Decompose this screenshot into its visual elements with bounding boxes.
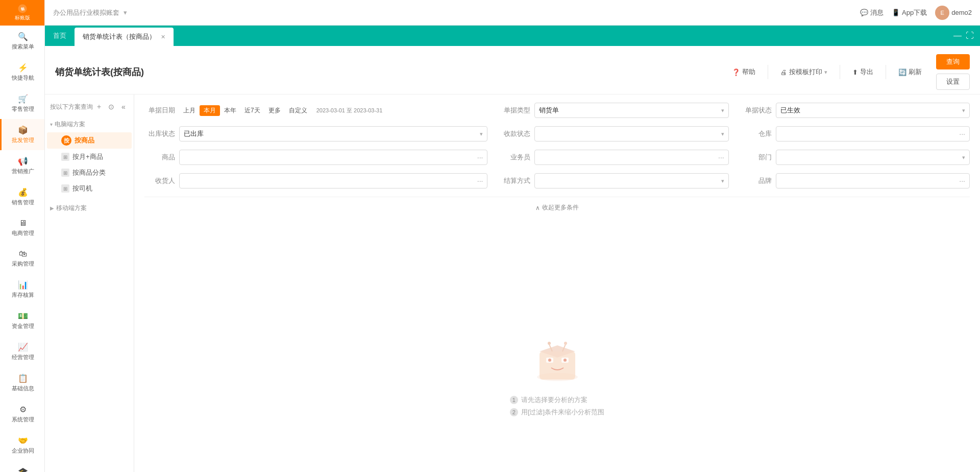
filter-item-doc-type: 单据类型 销货单 ▾ [500, 103, 728, 118]
scheme-collapse-icon[interactable]: « [118, 102, 129, 112]
date-tab-last-month[interactable]: 上月 [179, 105, 200, 116]
sidebar-item-inventory[interactable]: 📊 库存核算 [0, 274, 44, 305]
doc-type-select[interactable]: 销货单 ▾ [534, 103, 728, 118]
sidebar-item-basic[interactable]: 📋 基础信息 [0, 367, 44, 398]
tab-sales-stat[interactable]: 销货单统计表（按商品） ✕ [75, 28, 174, 46]
settlement-label: 结算方式 [500, 176, 530, 185]
date-tab-this-month[interactable]: 本月 [200, 105, 220, 116]
help-btn[interactable]: ❓ 帮助 [732, 67, 755, 77]
scheme-item-by-category[interactable]: ⊞ 按商品分类 [47, 165, 132, 180]
sidebar-item-quicknav[interactable]: ⚡ 快捷导航 [0, 57, 44, 88]
scheme-item-by-month-product-icon: ⊞ [61, 153, 69, 161]
message-icon: 💬 [860, 9, 868, 16]
settlement-chevron-icon: ▾ [721, 178, 724, 184]
empty-tip-1: 1 请先选择要分析的方案 [510, 395, 604, 405]
export-icon: ⬆ [852, 68, 858, 76]
app-download-btn[interactable]: 📱 App下载 [892, 8, 927, 17]
scheme-sidebar: 按以下方案查询 ＋ ⊙ « ▾ 电脑端方案 按 按商品 [45, 95, 134, 472]
scheme-group-mobile-arrow: ▶ [50, 205, 54, 211]
top-bar-right: 💬 消息 📱 App下载 E demo2 [860, 6, 972, 20]
scheme-item-by-product-icon: 按 [61, 135, 71, 146]
empty-tip-2: 2 用[过滤]条件来缩小分析范围 [510, 408, 604, 417]
tab-bar: 首页 销货单统计表（按商品） ✕ — ⛶ [45, 26, 980, 46]
divider-2 [840, 65, 840, 79]
collapse-label: 收起更多条件 [542, 203, 579, 212]
finance-icon: 💵 [4, 311, 42, 321]
sidebar-item-purchase[interactable]: 🛍 采购管理 [0, 243, 44, 274]
sidebar-item-enterprise[interactable]: 🤝 企业协同 [0, 430, 44, 461]
sidebar-item-wholesale[interactable]: 📦 批发管理 [0, 119, 44, 150]
sidebar-item-search[interactable]: 🔍 搜索菜单 [0, 26, 44, 57]
guide-icon: 🎓 [4, 467, 42, 472]
collapse-btn[interactable]: ∧ 收起更多条件 [535, 203, 579, 212]
scheme-item-by-product[interactable]: 按 按商品 [47, 132, 132, 149]
workspace-name: 办公用品行业模拟账套 [53, 8, 119, 17]
tab-close-icon[interactable]: ✕ [161, 34, 165, 40]
marketing-icon: 📢 [4, 156, 42, 166]
export-btn[interactable]: ⬆ 导出 [852, 67, 873, 77]
print-btn[interactable]: 🖨 按模板打印 ▾ [780, 67, 827, 77]
sidebar-item-guide[interactable]: 🎓 新手引导 [0, 461, 44, 472]
empty-state: 1 请先选择要分析的方案 2 用[过滤]条件来缩小分析范围 [134, 271, 980, 473]
consignee-dots-icon[interactable]: ··· [477, 177, 483, 185]
brand-dots-icon[interactable]: ··· [959, 177, 965, 185]
scheme-add-icon[interactable]: ＋ [94, 102, 104, 112]
filter-item-salesman: 业务员 ··· [500, 150, 728, 165]
scheme-item-by-month-product[interactable]: ⊞ 按月+商品 [47, 149, 132, 164]
sidebar-item-ecom[interactable]: 🖥 电商管理 [0, 213, 44, 243]
product-select[interactable]: ··· [179, 150, 487, 165]
date-tab-more[interactable]: 更多 [264, 105, 285, 116]
warehouse-select[interactable]: ··· [776, 126, 970, 141]
settings-button[interactable]: 设置 [936, 74, 970, 90]
sidebar-item-system[interactable]: ⚙ 系统管理 [0, 398, 44, 430]
inventory-icon: 📊 [4, 280, 42, 290]
dept-select[interactable]: ▾ [776, 150, 970, 165]
doc-type-chevron-icon: ▾ [721, 107, 724, 114]
scheme-item-by-cashier[interactable]: ⊞ 按司机 [47, 181, 132, 196]
query-button[interactable]: 查询 [936, 54, 970, 69]
out-status-select[interactable]: 已出库 ▾ [179, 126, 487, 141]
sidebar-item-retail[interactable]: 🛒 零售管理 [0, 88, 44, 119]
refresh-btn[interactable]: 🔄 刷新 [898, 67, 922, 77]
consignee-select[interactable]: ··· [179, 173, 487, 188]
doc-status-select[interactable]: 已生效 ▾ [776, 103, 970, 118]
basic-icon: 📋 [4, 373, 42, 383]
tab-maximize-icon[interactable]: ⛶ [966, 31, 974, 40]
top-bar: 办公用品行业模拟账套 ▾ 💬 消息 📱 App下载 E demo2 [45, 0, 980, 26]
date-tab-7days[interactable]: 近7天 [240, 105, 264, 116]
tab-bar-actions: — ⛶ [953, 31, 980, 40]
print-chevron-icon: ▾ [824, 69, 827, 76]
tab-home-label: 首页 [53, 31, 66, 40]
filter-item-dept: 部门 ▾ [741, 150, 970, 165]
scheme-edit-icon[interactable]: ⊙ [106, 102, 116, 112]
svg-text:畅: 畅 [20, 7, 24, 11]
wholesale-icon: 📦 [4, 125, 42, 135]
tab-home[interactable]: 首页 [45, 26, 75, 46]
warehouse-dots-icon[interactable]: ··· [959, 130, 965, 138]
user-avatar-btn[interactable]: E demo2 [935, 6, 972, 20]
salesman-select[interactable]: ··· [534, 150, 728, 165]
tab-minimize-icon[interactable]: — [953, 31, 962, 40]
scheme-group-pc-title[interactable]: ▾ 电脑端方案 [45, 117, 134, 132]
date-tab-this-year[interactable]: 本年 [220, 105, 240, 116]
scheme-item-by-category-label: 按商品分类 [72, 168, 106, 177]
date-tab-custom[interactable]: 自定义 [285, 105, 311, 116]
filter-item-settlement: 结算方式 ▾ [500, 173, 728, 188]
salesman-dots-icon[interactable]: ··· [718, 153, 724, 161]
sidebar-item-finance[interactable]: 💵 资金管理 [0, 305, 44, 336]
message-btn[interactable]: 💬 消息 [860, 8, 884, 17]
filter-panel: 单据日期 上月 本月 本年 近7天 更多 自定义 20 [134, 95, 980, 271]
brand-select[interactable]: ··· [776, 173, 970, 188]
date-tabs: 上月 本月 本年 近7天 更多 自定义 [179, 105, 311, 116]
main-panel: 单据日期 上月 本月 本年 近7天 更多 自定义 20 [134, 95, 980, 472]
receipt-status-select[interactable]: ▾ [534, 126, 728, 141]
product-dots-icon[interactable]: ··· [477, 153, 483, 161]
sidebar-item-marketing[interactable]: 📢 营销推广 [0, 150, 44, 181]
sidebar-item-ops[interactable]: 📈 经营管理 [0, 336, 44, 367]
system-icon: ⚙ [4, 405, 42, 414]
settlement-select[interactable]: ▾ [534, 173, 728, 188]
filter-row-2: 出库状态 已出库 ▾ 收款状态 ▾ [144, 126, 970, 141]
sidebar-item-sales[interactable]: 💰 销售管理 [0, 181, 44, 213]
filter-item-brand: 品牌 ··· [741, 173, 970, 188]
scheme-group-mobile-title[interactable]: ▶ 移动端方案 [45, 201, 134, 216]
